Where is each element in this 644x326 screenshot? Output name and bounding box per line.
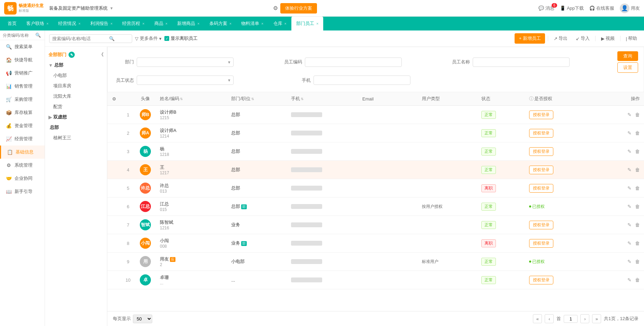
- edit-icon[interactable]: ✎: [627, 277, 632, 283]
- th-dept[interactable]: 部门/职位 ⇅: [227, 92, 287, 106]
- dept-filter-select[interactable]: ▾: [137, 58, 234, 67]
- th-phone[interactable]: 手机 ⇅: [287, 92, 358, 106]
- auth-login-button[interactable]: 授权登录: [529, 129, 553, 138]
- edit-icon[interactable]: ✎: [627, 240, 632, 246]
- sidebar-item-basic[interactable]: 📋 基础信息: [0, 146, 45, 159]
- empname-filter-input[interactable]: [473, 58, 570, 67]
- delete-icon[interactable]: 🗑: [635, 149, 640, 154]
- dept-edit-button[interactable]: ✎: [69, 52, 75, 58]
- query-button[interactable]: 查询: [617, 51, 638, 61]
- reset-button[interactable]: 设置: [617, 62, 638, 73]
- tab-customer[interactable]: 客户联络×: [21, 17, 53, 30]
- sidebar-item-finance[interactable]: 💰 资金管理: [0, 119, 45, 132]
- close-icon[interactable]: ×: [46, 21, 48, 26]
- sidebar-search-input[interactable]: [3, 33, 34, 38]
- tab-operations[interactable]: 经营情况×: [53, 17, 85, 30]
- collapse-button[interactable]: 《: [99, 52, 103, 58]
- dept-group-zonbu[interactable]: ▼ 总部: [45, 60, 107, 70]
- edit-icon[interactable]: ✎: [627, 185, 632, 191]
- empstatus-filter-select[interactable]: ▾: [137, 76, 234, 85]
- show-former-checkbox[interactable]: ✓ 显示离职员工: [164, 35, 198, 42]
- all-dept-label[interactable]: 全部部门: [48, 52, 66, 58]
- last-page-button[interactable]: »: [592, 314, 601, 323]
- edit-icon[interactable]: ✎: [627, 130, 632, 136]
- search-input[interactable]: [52, 36, 108, 41]
- import-button[interactable]: ↙ 导入: [573, 34, 592, 43]
- tab-new-goods[interactable]: 新增商品×: [172, 17, 204, 30]
- sidebar-item-purchase[interactable]: 🛒 采购管理: [0, 93, 45, 106]
- delete-icon[interactable]: 🗑: [635, 259, 640, 264]
- sidebar-item-search[interactable]: 🔍 搜索菜单: [0, 40, 45, 53]
- auth-login-button[interactable]: 授权登录: [529, 111, 553, 119]
- dept-group-shuang[interactable]: ▶ 双虚想: [45, 112, 107, 122]
- online-service-button[interactable]: 🎧 在线客服: [589, 5, 614, 11]
- video-button[interactable]: ▶ 视频: [598, 34, 617, 43]
- close-icon[interactable]: ×: [142, 21, 144, 26]
- dept-item-shenyang[interactable]: 沈阳大库: [45, 91, 107, 102]
- close-icon[interactable]: ×: [229, 21, 232, 26]
- auth-login-button[interactable]: 授权登录: [529, 239, 553, 248]
- edit-icon[interactable]: ✎: [627, 149, 632, 154]
- sidebar-item-collab[interactable]: 🤝 企业协同: [0, 172, 45, 185]
- delete-icon[interactable]: 🗑: [635, 130, 640, 136]
- trial-button[interactable]: 体验行业方案: [280, 3, 317, 14]
- app-download-button[interactable]: 📱 App下载: [560, 5, 584, 11]
- sidebar-item-operations[interactable]: 📈 经营管理: [0, 132, 45, 146]
- sidebar-item-marketing[interactable]: 📢 营销推广: [0, 67, 45, 80]
- tab-barcode[interactable]: 条码方案×: [205, 17, 236, 30]
- dept-item-xiaodian[interactable]: 小电部: [45, 70, 107, 81]
- more-filter-button[interactable]: ▽ 更多条件 ▾: [135, 35, 162, 42]
- settings-button[interactable]: ⚙: [271, 3, 280, 13]
- export-button[interactable]: ↗ 导出: [551, 34, 570, 43]
- th-name[interactable]: 姓名/编码 ⇅: [156, 92, 227, 106]
- edit-icon[interactable]: ✎: [627, 112, 632, 117]
- edit-icon[interactable]: ✎: [627, 204, 632, 209]
- tab-home[interactable]: 首页: [3, 17, 21, 30]
- prev-page-button[interactable]: ‹: [545, 314, 554, 323]
- delete-icon[interactable]: 🗑: [635, 167, 640, 173]
- next-page-button[interactable]: ›: [580, 314, 589, 323]
- auth-login-button[interactable]: 授权登录: [529, 166, 553, 174]
- page-input[interactable]: [564, 315, 578, 323]
- close-icon[interactable]: ×: [197, 21, 199, 26]
- sidebar-item-system[interactable]: ⚙ 系统管理: [0, 159, 45, 172]
- close-icon[interactable]: ×: [284, 21, 287, 26]
- tab-bom[interactable]: 物料清单×: [236, 17, 268, 30]
- close-icon[interactable]: ×: [261, 21, 263, 26]
- tab-warehouse[interactable]: 仓库×: [269, 17, 291, 30]
- tab-profit[interactable]: 利润报告×: [85, 17, 117, 30]
- close-icon[interactable]: ×: [316, 21, 318, 26]
- edit-icon[interactable]: ✎: [627, 222, 632, 228]
- per-page-select[interactable]: 50 100 200: [133, 315, 152, 323]
- dept-group-zongbu[interactable]: 总部: [45, 122, 107, 133]
- delete-icon[interactable]: 🗑: [635, 112, 640, 117]
- user-avatar-button[interactable]: 👤 用友: [620, 3, 640, 13]
- close-icon[interactable]: ×: [165, 21, 167, 26]
- tab-employees[interactable]: 部门员工×: [291, 17, 323, 30]
- add-employee-button[interactable]: + 新增员工: [515, 33, 545, 44]
- sidebar-item-guide[interactable]: 📖 新手引导: [0, 185, 45, 198]
- auth-login-button[interactable]: 授权登录: [529, 276, 553, 284]
- close-icon[interactable]: ×: [110, 21, 112, 26]
- sidebar-item-quicknav[interactable]: 🏠 快捷导航: [0, 53, 45, 67]
- edit-icon[interactable]: ✎: [627, 167, 632, 173]
- dept-item-zhishu[interactable]: 植树王三: [45, 133, 107, 143]
- first-page-button[interactable]: «: [533, 314, 542, 323]
- auth-login-button[interactable]: 授权登录: [529, 147, 553, 156]
- delete-icon[interactable]: 🗑: [635, 222, 640, 228]
- sidebar-item-inventory[interactable]: 📦 库存核算: [0, 106, 45, 119]
- sidebar-search-icon[interactable]: 🔍: [35, 33, 41, 38]
- delete-icon[interactable]: 🗑: [635, 240, 640, 246]
- delete-icon[interactable]: 🗑: [635, 204, 640, 209]
- message-button[interactable]: 💬 消息 6: [538, 5, 554, 11]
- auth-login-button[interactable]: 授权登录: [529, 184, 553, 193]
- help-button[interactable]: | 帮助: [623, 34, 640, 43]
- dept-item-distribution[interactable]: 配货: [45, 102, 107, 112]
- tab-history[interactable]: 经营历程×: [117, 17, 149, 30]
- close-icon[interactable]: ×: [78, 21, 80, 26]
- empcode-filter-input[interactable]: [305, 58, 402, 67]
- sidebar-item-sales[interactable]: 📊 销售管理: [0, 80, 45, 93]
- delete-icon[interactable]: 🗑: [635, 277, 640, 283]
- auth-login-button[interactable]: 授权登录: [529, 221, 553, 229]
- edit-icon[interactable]: ✎: [627, 259, 632, 264]
